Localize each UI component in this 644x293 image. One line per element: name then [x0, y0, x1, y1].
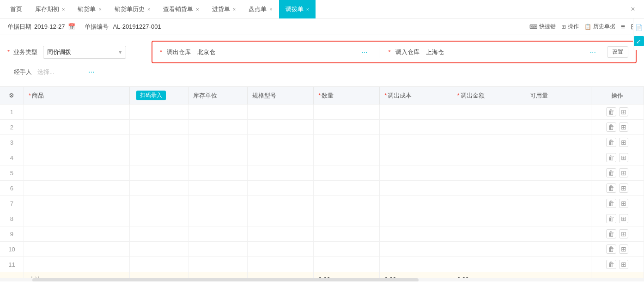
cell-spec[interactable]: [248, 211, 314, 226]
cell-unit[interactable]: [188, 181, 248, 196]
cell-product[interactable]: [24, 120, 129, 135]
cell-qty[interactable]: [314, 226, 380, 242]
tab-close-sales-order[interactable]: ×: [98, 6, 101, 12]
warehouse-out-ellipsis[interactable]: ···: [359, 48, 369, 56]
cell-available[interactable]: [525, 242, 591, 257]
scan-entry-button[interactable]: 扫码录入: [136, 91, 166, 100]
cell-product[interactable]: [24, 242, 129, 257]
cell-amount[interactable]: [452, 165, 525, 181]
cell-amount[interactable]: [452, 181, 525, 196]
cell-product[interactable]: [24, 226, 129, 242]
cell-amount[interactable]: [452, 257, 525, 272]
tab-sales-order[interactable]: 销货单×: [71, 0, 108, 18]
tab-view-sales[interactable]: 查看销货单×: [157, 0, 205, 18]
cell-unit[interactable]: [188, 226, 248, 242]
tab-close-view-sales[interactable]: ×: [196, 6, 199, 12]
shortcut-btn[interactable]: ⌨ 快捷键: [529, 23, 556, 31]
delete-row-button[interactable]: 🗑: [606, 122, 616, 132]
delete-row-button[interactable]: 🗑: [606, 138, 616, 147]
cell-unit[interactable]: [188, 104, 248, 120]
settings-icon[interactable]: ⚙: [9, 92, 14, 99]
copy-row-button[interactable]: ⊞: [619, 138, 628, 147]
cell-available[interactable]: [525, 120, 591, 135]
cell-product[interactable]: [24, 181, 129, 196]
copy-row-button[interactable]: ⊞: [619, 229, 628, 238]
cell-cost[interactable]: [380, 257, 452, 272]
sidebar-expand-icon[interactable]: ⤢: [634, 36, 644, 46]
cell-unit[interactable]: [188, 120, 248, 135]
handler-ellipsis[interactable]: ···: [86, 68, 96, 76]
cell-amount[interactable]: [452, 104, 525, 120]
warehouse-in-ellipsis[interactable]: ···: [588, 48, 598, 56]
cell-product[interactable]: [24, 165, 129, 181]
copy-row-button[interactable]: ⊞: [619, 183, 628, 193]
tab-home[interactable]: 首页: [4, 0, 29, 18]
cell-qty[interactable]: [314, 181, 380, 196]
cell-spec[interactable]: [248, 150, 314, 165]
cell-product[interactable]: [24, 135, 129, 150]
copy-row-button[interactable]: ⊞: [619, 122, 628, 132]
cell-available[interactable]: [525, 211, 591, 226]
cell-available[interactable]: [525, 181, 591, 196]
delete-row-button[interactable]: 🗑: [606, 214, 616, 223]
cell-product[interactable]: [24, 257, 129, 272]
cell-qty[interactable]: [314, 120, 380, 135]
handler-placeholder[interactable]: 选择...: [37, 68, 84, 76]
cell-amount[interactable]: [452, 150, 525, 165]
cell-cost[interactable]: [380, 104, 452, 120]
cell-cost[interactable]: [380, 150, 452, 165]
sidebar-doc-icon[interactable]: 📄: [634, 22, 644, 32]
tab-close-purchase-order[interactable]: ×: [233, 6, 236, 12]
cell-spec[interactable]: [248, 135, 314, 150]
cell-qty[interactable]: [314, 150, 380, 165]
tab-sales-history[interactable]: 销货单历史×: [108, 0, 157, 18]
view-toggle-list[interactable]: ≡: [621, 23, 625, 31]
cell-qty[interactable]: [314, 242, 380, 257]
tab-purchase-order[interactable]: 进货单×: [206, 0, 242, 18]
cell-available[interactable]: [525, 104, 591, 120]
cell-unit[interactable]: [188, 165, 248, 181]
copy-row-button[interactable]: ⊞: [619, 199, 628, 208]
cell-cost[interactable]: [380, 226, 452, 242]
tab-close-stocktake[interactable]: ×: [269, 6, 272, 12]
cell-spec[interactable]: [248, 104, 314, 120]
cell-product[interactable]: [24, 150, 129, 165]
cell-qty[interactable]: [314, 104, 380, 120]
cell-cost[interactable]: [380, 211, 452, 226]
cell-qty[interactable]: [314, 196, 380, 211]
delete-row-button[interactable]: 🗑: [606, 107, 616, 116]
cell-spec[interactable]: [248, 181, 314, 196]
copy-row-button[interactable]: ⊞: [619, 260, 628, 269]
cell-cost[interactable]: [380, 242, 452, 257]
cell-unit[interactable]: [188, 242, 248, 257]
tab-stocktake[interactable]: 盘点单×: [242, 0, 279, 18]
cell-spec[interactable]: [248, 257, 314, 272]
cell-unit[interactable]: [188, 211, 248, 226]
operations-btn[interactable]: ⊞ 操作: [561, 23, 579, 31]
cell-cost[interactable]: [380, 135, 452, 150]
cell-product[interactable]: [24, 196, 129, 211]
delete-row-button[interactable]: 🗑: [606, 153, 616, 162]
tab-close-transfer[interactable]: ×: [306, 6, 309, 12]
window-close-button[interactable]: ×: [626, 2, 640, 17]
calendar-icon[interactable]: 📅: [68, 23, 75, 30]
cell-qty[interactable]: [314, 211, 380, 226]
cell-amount[interactable]: [452, 196, 525, 211]
cell-amount[interactable]: [452, 135, 525, 150]
tab-close-inventory-init[interactable]: ×: [62, 6, 65, 12]
cell-product[interactable]: [24, 211, 129, 226]
cell-cost[interactable]: [380, 196, 452, 211]
delete-row-button[interactable]: 🗑: [606, 168, 616, 177]
tab-close-sales-history[interactable]: ×: [147, 6, 150, 12]
cell-amount[interactable]: [452, 226, 525, 242]
scroll-bar-inner[interactable]: [32, 278, 419, 281]
cell-amount[interactable]: [452, 211, 525, 226]
copy-row-button[interactable]: ⊞: [619, 153, 628, 162]
cell-product[interactable]: [24, 104, 129, 120]
cell-unit[interactable]: [188, 150, 248, 165]
cell-available[interactable]: [525, 226, 591, 242]
delete-row-button[interactable]: 🗑: [606, 260, 616, 269]
cell-amount[interactable]: [452, 120, 525, 135]
cell-spec[interactable]: [248, 226, 314, 242]
cell-available[interactable]: [525, 165, 591, 181]
